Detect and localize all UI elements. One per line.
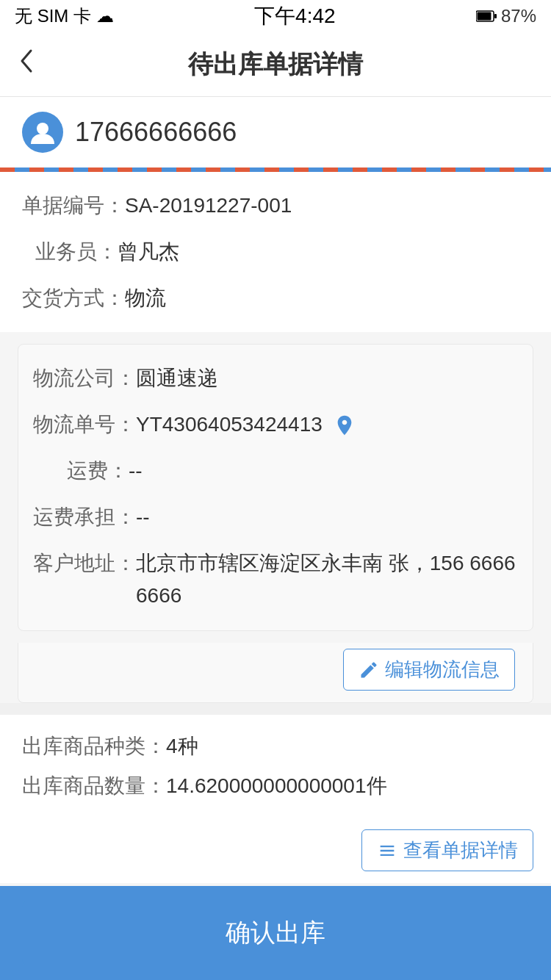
back-button[interactable] xyxy=(18,46,35,82)
goods-type-label: 出库商品种类： xyxy=(22,732,166,760)
freight-bear-label: 运费承担： xyxy=(33,501,136,534)
status-time: 下午4:42 xyxy=(254,2,336,30)
view-detail-label: 查看单据详情 xyxy=(403,837,518,863)
delivery-value: 物流 xyxy=(125,282,529,315)
status-left: 无 SIM 卡 ☁ xyxy=(15,4,114,28)
user-icon xyxy=(29,119,56,145)
doc-number-label: 单据编号： xyxy=(22,190,125,223)
edit-btn-row: 编辑物流信息 xyxy=(18,643,533,703)
goods-quantity-row: 出库商品数量： 14.620000000000001件 xyxy=(22,772,529,800)
logistics-company-value: 圆通速递 xyxy=(136,362,518,395)
freight-bear-value: -- xyxy=(136,501,518,534)
nav-bar: 待出库单据详情 xyxy=(0,32,551,97)
freight-value: -- xyxy=(129,455,518,488)
edit-icon xyxy=(359,660,379,680)
address-label: 客户地址： xyxy=(33,547,136,580)
freight-bear-row: 运费承担： -- xyxy=(33,501,518,534)
battery-icon xyxy=(476,6,497,26)
confirm-label: 确认出库 xyxy=(226,916,325,950)
goods-type-row: 出库商品种类： 4种 xyxy=(22,732,529,760)
customer-section: 17666666666 xyxy=(0,97,551,167)
location-icon[interactable] xyxy=(331,412,358,439)
logistics-tracking-row: 物流单号： YT43064053424413 xyxy=(33,408,518,442)
sim-status: 无 SIM 卡 ☁ xyxy=(15,4,114,28)
svg-rect-1 xyxy=(477,12,491,21)
edit-logistics-label: 编辑物流信息 xyxy=(385,657,500,682)
address-row: 客户地址： 北京市市辖区海淀区永丰南 张，156 6666 6666 xyxy=(33,547,518,613)
salesman-label: 业务员： xyxy=(22,236,118,269)
doc-number-row: 单据编号： SA-20191227-001 xyxy=(22,190,529,223)
status-right: 87% xyxy=(476,6,536,26)
logistics-tracking-value: YT43064053424413 xyxy=(136,408,518,442)
freight-row: 运费： -- xyxy=(33,455,518,488)
confirm-button[interactable]: 确认出库 xyxy=(22,901,529,965)
goods-section: 出库商品种类： 4种 出库商品数量： 14.620000000000001件 xyxy=(0,715,551,818)
doc-info-section: 单据编号： SA-20191227-001 业务员： 曾凡杰 交货方式： 物流 xyxy=(0,172,551,332)
svg-rect-2 xyxy=(494,14,497,18)
view-detail-button[interactable]: 查看单据详情 xyxy=(361,829,533,871)
logistics-company-label: 物流公司： xyxy=(33,362,136,395)
page-title: 待出库单据详情 xyxy=(188,48,363,82)
battery-percent: 87% xyxy=(501,6,536,26)
salesman-row: 业务员： 曾凡杰 xyxy=(22,236,529,269)
freight-label: 运费： xyxy=(33,455,129,488)
confirm-btn-area: 确认出库 xyxy=(0,886,551,980)
edit-logistics-button[interactable]: 编辑物流信息 xyxy=(343,649,515,691)
detail-btn-row: 查看单据详情 xyxy=(0,818,551,883)
section-gap xyxy=(0,703,551,715)
address-value: 北京市市辖区海淀区永丰南 张，156 6666 6666 xyxy=(136,547,518,613)
goods-quantity-label: 出库商品数量： xyxy=(22,772,166,800)
tracking-number-text: YT43064053424413 xyxy=(136,408,323,442)
goods-type-value: 4种 xyxy=(166,732,198,760)
delivery-row: 交货方式： 物流 xyxy=(22,282,529,315)
detail-icon xyxy=(377,840,397,861)
status-bar: 无 SIM 卡 ☁ 下午4:42 87% xyxy=(0,0,551,32)
delivery-label: 交货方式： xyxy=(22,282,125,315)
avatar xyxy=(22,112,63,153)
salesman-value: 曾凡杰 xyxy=(118,236,529,269)
logistics-tracking-label: 物流单号： xyxy=(33,408,136,442)
doc-number-value: SA-20191227-001 xyxy=(125,190,529,223)
logistics-company-row: 物流公司： 圆通速递 xyxy=(33,362,518,395)
customer-phone: 17666666666 xyxy=(75,117,237,148)
goods-quantity-value: 14.620000000000001件 xyxy=(166,772,387,800)
svg-point-3 xyxy=(37,123,48,134)
logistics-card: 物流公司： 圆通速递 物流单号： YT43064053424413 运费： -- xyxy=(18,344,533,631)
